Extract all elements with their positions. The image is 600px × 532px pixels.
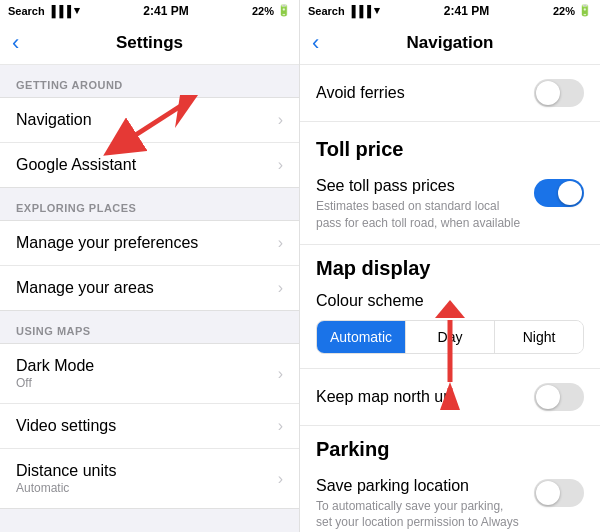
left-battery-icon: 🔋 <box>277 4 291 17</box>
colour-scheme-label: Colour scheme <box>316 292 584 310</box>
toll-price-header: Toll price <box>316 138 403 160</box>
section-getting-around: GETTING AROUND <box>0 65 299 97</box>
distance-units-subtitle: Automatic <box>16 481 117 495</box>
colour-scheme-row: Colour scheme Automatic Day Night <box>300 284 600 369</box>
save-parking-knob <box>536 481 560 505</box>
right-search-text: Search <box>308 5 345 17</box>
video-settings-title: Video settings <box>16 417 116 435</box>
toll-pass-content: See toll pass prices Estimates based on … <box>316 177 534 232</box>
getting-around-group: Navigation › Google Assistant › <box>0 97 299 188</box>
toll-pass-row: See toll pass prices Estimates based on … <box>300 165 600 245</box>
parking-section: Parking <box>300 426 600 465</box>
left-status-left: Search ▐▐▐ ▾ <box>8 4 80 17</box>
navigation-item[interactable]: Navigation › <box>0 98 299 143</box>
left-back-button[interactable]: ‹ <box>12 32 19 54</box>
avoid-ferries-toggle[interactable] <box>534 79 584 107</box>
manage-areas-title: Manage your areas <box>16 279 154 297</box>
left-time: 2:41 PM <box>143 4 188 18</box>
save-parking-subtitle: To automatically save your parking, set … <box>316 498 522 532</box>
keep-north-label: Keep map north up <box>316 388 452 406</box>
left-search-text: Search <box>8 5 45 17</box>
dark-mode-item[interactable]: Dark Mode Off › <box>0 344 299 404</box>
toll-pass-toggle[interactable] <box>534 179 584 207</box>
left-panel: Search ▐▐▐ ▾ 2:41 PM 22% 🔋 ‹ Settings GE… <box>0 0 300 532</box>
left-page-title: Settings <box>116 33 183 53</box>
keep-north-knob <box>536 385 560 409</box>
manage-areas-chevron: › <box>278 279 283 297</box>
using-maps-group: Dark Mode Off › Video settings › Distanc… <box>0 343 299 509</box>
right-back-button[interactable]: ‹ <box>312 32 319 54</box>
toll-pass-label: See toll pass prices <box>316 177 455 194</box>
right-status-bar: Search ▐▐▐ ▾ 2:41 PM 22% 🔋 <box>300 0 600 21</box>
scheme-buttons-group: Automatic Day Night <box>316 320 584 354</box>
dark-mode-subtitle: Off <box>16 376 94 390</box>
map-display-header: Map display <box>316 257 430 279</box>
left-battery-pct: 22% <box>252 5 274 17</box>
manage-areas-item[interactable]: Manage your areas › <box>0 266 299 310</box>
right-header: ‹ Navigation <box>300 21 600 65</box>
avoid-ferries-row: Avoid ferries <box>300 65 600 122</box>
exploring-places-group: Manage your preferences › Manage your ar… <box>0 220 299 311</box>
right-status-right: 22% 🔋 <box>553 4 592 17</box>
map-display-section: Map display <box>300 245 600 284</box>
manage-preferences-item[interactable]: Manage your preferences › <box>0 221 299 266</box>
left-status-bar: Search ▐▐▐ ▾ 2:41 PM 22% 🔋 <box>0 0 299 21</box>
manage-preferences-title: Manage your preferences <box>16 234 198 252</box>
section-using-maps: USING MAPS <box>0 311 299 343</box>
scheme-night-button[interactable]: Night <box>495 321 583 353</box>
dark-mode-title: Dark Mode <box>16 357 94 375</box>
avoid-ferries-knob <box>536 81 560 105</box>
right-panel: Search ▐▐▐ ▾ 2:41 PM 22% 🔋 ‹ Navigation … <box>300 0 600 532</box>
distance-units-chevron: › <box>278 470 283 488</box>
avoid-ferries-label: Avoid ferries <box>316 84 405 102</box>
distance-units-title: Distance units <box>16 462 117 480</box>
section-exploring-places: EXPLORING PLACES <box>0 188 299 220</box>
save-parking-content: Save parking location To automatically s… <box>316 477 534 532</box>
manage-preferences-chevron: › <box>278 234 283 252</box>
save-parking-label: Save parking location <box>316 477 469 494</box>
keep-north-toggle[interactable] <box>534 383 584 411</box>
google-assistant-title: Google Assistant <box>16 156 136 174</box>
video-settings-chevron: › <box>278 417 283 435</box>
scheme-automatic-button[interactable]: Automatic <box>317 321 406 353</box>
scheme-day-button[interactable]: Day <box>406 321 495 353</box>
toll-price-section: Toll price <box>300 122 600 165</box>
right-status-left: Search ▐▐▐ ▾ <box>308 4 380 17</box>
toll-pass-subtitle: Estimates based on standard local pass f… <box>316 198 522 232</box>
left-scroll-content: GETTING AROUND Navigation › Google Assis… <box>0 65 299 532</box>
distance-units-item[interactable]: Distance units Automatic › <box>0 449 299 508</box>
dark-mode-chevron: › <box>278 365 283 383</box>
navigation-title: Navigation <box>16 111 92 129</box>
keep-north-row: Keep map north up <box>300 369 600 426</box>
save-parking-row: Save parking location To automatically s… <box>300 465 600 532</box>
right-battery-pct: 22% <box>553 5 575 17</box>
parking-header: Parking <box>316 438 389 460</box>
toll-pass-knob <box>558 181 582 205</box>
right-battery-icon: 🔋 <box>578 4 592 17</box>
right-page-title: Navigation <box>407 33 494 53</box>
google-assistant-item[interactable]: Google Assistant › <box>0 143 299 187</box>
navigation-chevron: › <box>278 111 283 129</box>
right-scroll-content: Avoid ferries Toll price See toll pass p… <box>300 65 600 532</box>
left-status-right: 22% 🔋 <box>252 4 291 17</box>
right-signal-icon: ▐▐▐ <box>348 5 371 17</box>
left-wifi-icon: ▾ <box>74 4 80 17</box>
video-settings-item[interactable]: Video settings › <box>0 404 299 449</box>
save-parking-toggle[interactable] <box>534 479 584 507</box>
right-wifi-icon: ▾ <box>374 4 380 17</box>
left-signal-icon: ▐▐▐ <box>48 5 71 17</box>
google-assistant-chevron: › <box>278 156 283 174</box>
left-header: ‹ Settings <box>0 21 299 65</box>
right-time: 2:41 PM <box>444 4 489 18</box>
